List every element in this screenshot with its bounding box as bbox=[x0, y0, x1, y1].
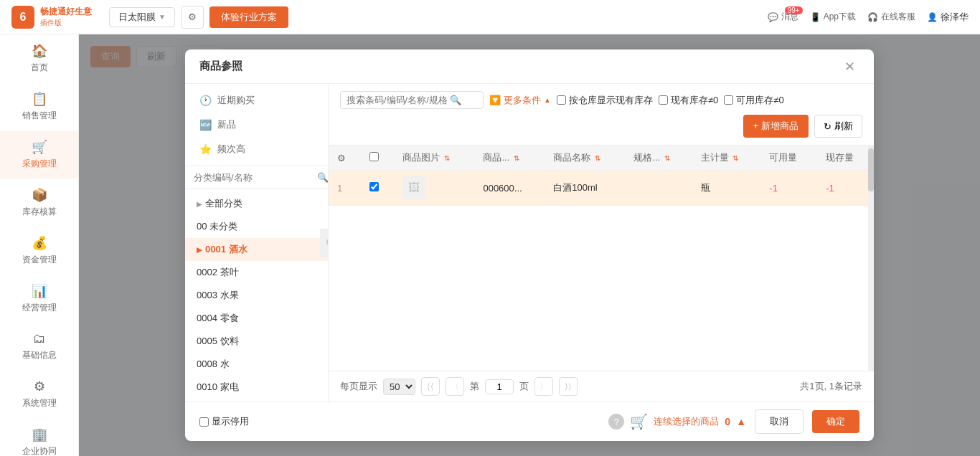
row-checkbox[interactable] bbox=[369, 182, 379, 191]
help-button[interactable]: ? bbox=[608, 414, 624, 429]
th-spec[interactable]: 规格... ⇅ bbox=[625, 146, 692, 171]
page-input[interactable] bbox=[485, 379, 514, 394]
store-select[interactable]: 日太阳膜 ▼ bbox=[109, 7, 175, 27]
modal-close-button[interactable]: ✕ bbox=[839, 57, 859, 77]
category-item-00[interactable]: 00 未分类 bbox=[185, 215, 328, 238]
image-placeholder-icon: 🖼 bbox=[408, 181, 420, 194]
filter-more-button[interactable]: 🔽 更多条件 ▲ bbox=[489, 94, 551, 107]
cart-label: 连续选择的商品 bbox=[654, 415, 719, 428]
prev-page-button[interactable]: 〈 bbox=[446, 377, 464, 396]
th-unit[interactable]: 主计量 ⇅ bbox=[692, 146, 761, 171]
category-item-0005[interactable]: 0005 饮料 bbox=[185, 330, 328, 353]
sidebar-item-finance[interactable]: 💰 资金管理 bbox=[0, 227, 78, 275]
cart-icon-wrap[interactable]: 🛒 bbox=[630, 413, 648, 430]
logo-icon: 6 bbox=[11, 6, 34, 29]
category-search-input[interactable] bbox=[194, 172, 314, 183]
left-tab-new[interactable]: 🆕 新品 bbox=[194, 114, 319, 136]
page-size-select[interactable]: 50 bbox=[383, 379, 415, 395]
sidebar-item-enterprise[interactable]: 🏢 企业协同 bbox=[0, 418, 78, 456]
table-settings-icon[interactable]: ⚙ bbox=[337, 153, 346, 163]
sidebar-item-business[interactable]: 📊 经营管理 bbox=[0, 275, 78, 323]
category-item-0001[interactable]: ▶ 0001 酒水 bbox=[185, 238, 328, 261]
show-disabled-checkbox[interactable]: 显示停用 bbox=[199, 415, 249, 428]
last-page-button[interactable]: ⟩⟩ bbox=[559, 377, 578, 396]
page-word: 第 bbox=[470, 380, 479, 393]
confirm-button[interactable]: 确定 bbox=[812, 410, 859, 433]
category-item-0004[interactable]: 0004 零食 bbox=[185, 307, 328, 330]
enterprise-icon: 🏢 bbox=[32, 427, 47, 442]
cart-count: 0 bbox=[725, 416, 730, 427]
trial-button[interactable]: 体验行业方案 bbox=[209, 6, 288, 28]
next-page-button[interactable]: 〉 bbox=[534, 377, 553, 396]
sidebar-item-purchase[interactable]: 🛒 采购管理 bbox=[0, 130, 78, 179]
new-product-button[interactable]: + 新增商品 bbox=[743, 115, 809, 138]
expand-arrow-0001: ▶ bbox=[197, 246, 202, 254]
recent-tab-label: 近期购买 bbox=[217, 94, 255, 107]
sidebar-item-home[interactable]: 🏠 首页 bbox=[0, 34, 78, 82]
table-header: ⚙ 商品图片 ⇅ bbox=[329, 146, 874, 171]
th-code[interactable]: 商品... ⇅ bbox=[474, 146, 545, 171]
sidebar-item-system[interactable]: ⚙ 系统管理 bbox=[0, 370, 78, 418]
user-avatar[interactable]: 👤 徐泽华 bbox=[927, 11, 969, 24]
sort-icon-code: ⇅ bbox=[514, 154, 519, 162]
vertical-scrollbar[interactable] bbox=[868, 146, 874, 371]
sidebar-item-basic[interactable]: 🗂 基础信息 bbox=[0, 323, 78, 370]
main-layout: 🏠 首页 📋 销售管理 🛒 采购管理 📦 库存核算 💰 资金管理 📊 经营管理 … bbox=[0, 34, 980, 456]
left-tab-recent[interactable]: 🕐 近期购买 bbox=[194, 90, 319, 111]
page-total-info: 共1页, 1条记录 bbox=[800, 380, 862, 393]
product-reference-modal: 商品参照 ✕ 🕐 近期购买 🆕 bbox=[185, 49, 874, 441]
collapse-cart-button[interactable]: ▲ bbox=[736, 416, 746, 427]
category-item-all[interactable]: ▶ 全部分类 bbox=[185, 192, 328, 215]
td-unit: 瓶 bbox=[692, 171, 761, 206]
category-label-00: 00 未分类 bbox=[197, 220, 237, 233]
checkbox-available-input[interactable] bbox=[659, 95, 668, 105]
first-page-button[interactable]: ⟨⟨ bbox=[421, 377, 440, 396]
td-spec bbox=[625, 171, 692, 206]
sidebar-item-inventory[interactable]: 📦 库存核算 bbox=[0, 179, 78, 227]
th-spec-label: 规格... bbox=[633, 152, 660, 163]
sidebar-item-sales[interactable]: 📋 销售管理 bbox=[0, 82, 78, 130]
product-thumbnail: 🖼 bbox=[402, 176, 425, 199]
show-disabled-input[interactable] bbox=[199, 417, 209, 427]
cart-area: ? 🛒 连续选择的商品 0 ▲ bbox=[608, 413, 746, 430]
sidebar-label-business: 经营管理 bbox=[22, 302, 57, 314]
new-tab-label: 新品 bbox=[217, 118, 236, 131]
left-tab-frequent[interactable]: ⭐ 频次高 bbox=[194, 138, 319, 160]
basic-icon: 🗂 bbox=[33, 331, 46, 346]
product-search-input[interactable] bbox=[347, 95, 447, 105]
table-container: ⚙ 商品图片 ⇅ bbox=[329, 146, 874, 371]
cancel-button[interactable]: 取消 bbox=[755, 409, 804, 434]
left-panel-collapse-button[interactable]: 《 bbox=[320, 229, 329, 257]
th-image[interactable]: 商品图片 ⇅ bbox=[394, 146, 474, 171]
sidebar-label-basic: 基础信息 bbox=[22, 349, 57, 361]
product-search-icon[interactable]: 🔍 bbox=[450, 95, 461, 105]
category-item-0003[interactable]: 0003 水果 bbox=[185, 284, 328, 307]
checkbox-usable-not-zero[interactable]: 可用库存≠0 bbox=[724, 94, 783, 107]
message-icon: 💬 bbox=[768, 12, 778, 22]
sort-icon-name: ⇅ bbox=[595, 154, 600, 162]
category-item-0008[interactable]: 0008 水 bbox=[185, 353, 328, 376]
app-download-button[interactable]: 📱 App下载 bbox=[810, 11, 856, 23]
select-all-checkbox[interactable] bbox=[369, 152, 379, 161]
checkbox-available-not-zero[interactable]: 现有库存≠0 bbox=[659, 94, 718, 107]
sort-icon-unit: ⇅ bbox=[732, 154, 738, 162]
top-header: 6 畅捷通好生意 插件版 日太阳膜 ▼ ⚙ 体验行业方案 💬 消息 99+ 📱 … bbox=[0, 0, 980, 34]
gear-button[interactable]: ⚙ bbox=[181, 6, 204, 29]
sort-icon-image: ⇅ bbox=[444, 154, 450, 162]
messages-button[interactable]: 💬 消息 99+ bbox=[768, 11, 798, 23]
checkbox-by-warehouse-input[interactable] bbox=[557, 95, 566, 105]
avatar-icon: 👤 bbox=[927, 12, 938, 22]
table-row[interactable]: 1 🖼 bbox=[329, 171, 874, 206]
scrollbar-thumb[interactable] bbox=[868, 148, 874, 191]
online-service-button[interactable]: 🎧 在线客服 bbox=[867, 11, 915, 23]
category-item-0002[interactable]: 0002 茶叶 bbox=[185, 261, 328, 284]
category-item-0010[interactable]: 0010 家电 bbox=[185, 376, 328, 399]
refresh-button[interactable]: ↻ 刷新 bbox=[814, 115, 862, 138]
checkbox-by-warehouse[interactable]: 按仓库显示现有库存 bbox=[557, 94, 653, 107]
pagination-bar: 每页显示 50 ⟨⟨ 〈 第 页 〉 ⟩⟩ 共1页, 1条记录 bbox=[329, 371, 874, 402]
checkbox-usable-input[interactable] bbox=[724, 95, 733, 105]
th-settings[interactable]: ⚙ bbox=[329, 146, 361, 171]
th-name[interactable]: 商品名称 ⇅ bbox=[545, 146, 625, 171]
category-list: ▶ 全部分类 00 未分类 ▶ 0001 酒水 0002 茶 bbox=[185, 189, 328, 402]
category-search-icon[interactable]: 🔍 bbox=[317, 172, 329, 183]
